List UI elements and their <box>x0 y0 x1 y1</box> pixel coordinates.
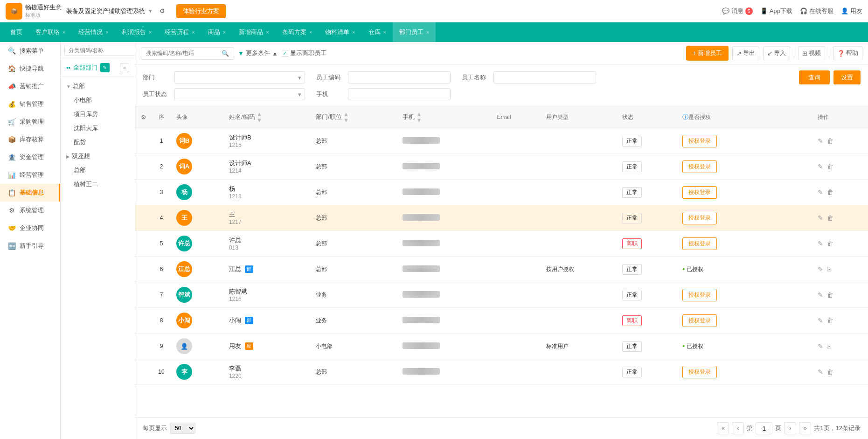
settings-icon[interactable]: ⚙ <box>156 5 169 18</box>
close-icon[interactable]: × <box>105 29 108 35</box>
prev-page-btn[interactable]: ‹ <box>732 422 744 434</box>
close-icon[interactable]: × <box>426 29 429 35</box>
dept-node-zhishu[interactable]: 植树王二 <box>61 177 135 191</box>
dept-node-xiaodianbu[interactable]: 小电部 <box>61 93 135 107</box>
dept-collapse-btn[interactable]: « <box>120 63 129 72</box>
edit-icon[interactable]: ✎ <box>818 137 823 145</box>
sidebar-item-inventory[interactable]: 📦 库存核算 <box>0 131 60 148</box>
sidebar-item-marketing[interactable]: 📣 营销推广 <box>0 77 60 95</box>
close-icon[interactable]: × <box>266 29 269 35</box>
tab-warehouse[interactable]: 仓库× <box>362 22 393 42</box>
delete-icon[interactable]: 🗑 <box>827 291 833 299</box>
auth-login-btn[interactable]: 授权登录 <box>682 135 717 147</box>
query-button[interactable]: 查询 <box>799 70 830 84</box>
search-input[interactable] <box>146 50 219 56</box>
th-phone[interactable]: 手机 ▲▼ <box>397 106 492 128</box>
per-page-select[interactable]: 50 100 200 <box>170 423 195 434</box>
import-button[interactable]: ↙ 导入 <box>763 46 790 60</box>
tab-barcode[interactable]: 条码方案× <box>276 22 319 42</box>
dept-all[interactable]: ▪▪ 全部部门 ✎ « <box>61 59 135 77</box>
edit-icon[interactable]: ✎ <box>818 317 823 324</box>
th-dept[interactable]: 部门/职位 ▲▼ <box>310 106 397 128</box>
tab-goods[interactable]: 商品× <box>201 22 232 42</box>
message-item[interactable]: 💬 消息 5 <box>722 7 753 15</box>
last-page-btn[interactable]: » <box>799 422 811 434</box>
copy-icon[interactable]: ⎘ <box>827 342 831 350</box>
sidebar-item-basic[interactable]: 📋 基础信息 <box>0 184 60 202</box>
auth-login-btn[interactable]: 授权登录 <box>682 314 717 327</box>
copy-icon[interactable]: ⎘ <box>827 265 831 273</box>
tab-customer[interactable]: 客户联络× <box>29 22 72 42</box>
tab-employees[interactable]: 部门员工× <box>393 22 436 42</box>
edit-icon[interactable]: ✎ <box>818 265 823 273</box>
dept-node-shenyang[interactable]: 沈阳大库 <box>61 121 135 135</box>
emp-status-select[interactable] <box>174 88 305 100</box>
dept-node-peihuo[interactable]: 配货 <box>61 135 135 149</box>
sidebar-item-enterprise[interactable]: 🤝 企业协同 <box>0 219 60 237</box>
auth-login-btn[interactable]: 授权登录 <box>682 160 717 173</box>
show-resigned-toggle[interactable]: ✓ 显示离职员工 <box>282 49 326 57</box>
close-icon[interactable]: × <box>149 29 152 35</box>
tab-history[interactable]: 经营历程× <box>158 22 201 42</box>
dept-search-input[interactable] <box>64 45 135 56</box>
view-button[interactable]: ⊞ 视频 <box>798 46 825 60</box>
delete-icon[interactable]: 🗑 <box>827 188 833 196</box>
close-icon[interactable]: × <box>383 29 386 35</box>
dept-node-zongbu-child[interactable]: 总部 <box>61 163 135 177</box>
sidebar-item-quicknav[interactable]: 🏠 快捷导航 <box>0 60 60 77</box>
export-button[interactable]: ↗ 导出 <box>732 46 759 60</box>
close-icon[interactable]: × <box>62 29 65 35</box>
tab-add-goods[interactable]: 新增商品× <box>232 22 275 42</box>
dropdown-arrow[interactable]: ▾ <box>149 7 152 14</box>
online-service-item[interactable]: 🎧 在线客服 <box>800 7 833 15</box>
search-icon[interactable]: 🔍 <box>222 50 229 57</box>
edit-icon[interactable]: ✎ <box>818 188 823 196</box>
edit-icon[interactable]: ✎ <box>818 163 823 170</box>
sidebar-item-operations[interactable]: 📊 经营管理 <box>0 166 60 184</box>
close-icon[interactable]: × <box>309 29 312 35</box>
edit-icon[interactable]: ✎ <box>818 291 823 299</box>
sidebar-item-capital[interactable]: 🏦 资金管理 <box>0 148 60 166</box>
user-item[interactable]: 👤 用友 <box>841 7 862 15</box>
help-button[interactable]: ❓ 帮助 <box>833 46 862 60</box>
edit-icon[interactable]: ✎ <box>818 240 823 247</box>
delete-icon[interactable]: 🗑 <box>827 317 833 324</box>
sidebar-item-guide[interactable]: 🆕 新手引导 <box>0 237 60 255</box>
next-page-btn[interactable]: › <box>784 422 796 434</box>
delete-icon[interactable]: 🗑 <box>827 240 833 247</box>
checkbox-resigned[interactable]: ✓ <box>282 50 288 56</box>
add-employee-button[interactable]: + 新增员工 <box>686 46 729 61</box>
first-page-btn[interactable]: « <box>717 422 729 434</box>
delete-icon[interactable]: 🗑 <box>827 368 833 376</box>
tab-home[interactable]: 首页 <box>4 22 29 42</box>
delete-icon[interactable]: 🗑 <box>827 163 833 170</box>
tab-profit[interactable]: 利润报告× <box>115 22 158 42</box>
edit-icon[interactable]: ✎ <box>818 342 823 350</box>
sidebar-item-search[interactable]: 🔍 搜索菜单 <box>0 42 60 60</box>
auth-login-btn[interactable]: 授权登录 <box>682 366 717 378</box>
tab-operations[interactable]: 经营情况× <box>72 22 115 42</box>
more-conditions-btn[interactable]: ▼ 更多条件 ▲ <box>238 49 278 57</box>
sidebar-item-system[interactable]: ⚙ 系统管理 <box>0 202 60 219</box>
dept-edit-icon[interactable]: ✎ <box>100 63 110 72</box>
auth-login-btn[interactable]: 授权登录 <box>682 289 717 301</box>
th-name[interactable]: 姓名/编码 ▲▼ <box>223 106 310 128</box>
app-download-item[interactable]: 📱 App下载 <box>760 7 792 15</box>
tab-bom[interactable]: 物料清单× <box>319 22 361 42</box>
emp-code-input[interactable] <box>348 71 451 84</box>
dept-node-shuangzuo[interactable]: ▶ 双座想 <box>61 149 135 163</box>
settings-table-icon[interactable]: ⚙ <box>141 114 146 121</box>
close-icon[interactable]: × <box>352 29 355 35</box>
edit-icon[interactable]: ✎ <box>818 368 823 376</box>
close-icon[interactable]: × <box>192 29 194 35</box>
auth-login-btn[interactable]: 授权登录 <box>682 186 717 199</box>
dept-select[interactable] <box>174 71 305 84</box>
edit-icon[interactable]: ✎ <box>818 214 823 222</box>
phone-input[interactable] <box>348 88 451 100</box>
emp-name-input[interactable] <box>493 71 596 84</box>
delete-icon[interactable]: 🗑 <box>827 214 833 222</box>
auth-login-btn[interactable]: 授权登录 <box>682 212 717 224</box>
close-icon[interactable]: × <box>223 29 226 35</box>
delete-icon[interactable]: 🗑 <box>827 137 833 145</box>
trial-button[interactable]: 体验行业方案 <box>176 4 226 18</box>
